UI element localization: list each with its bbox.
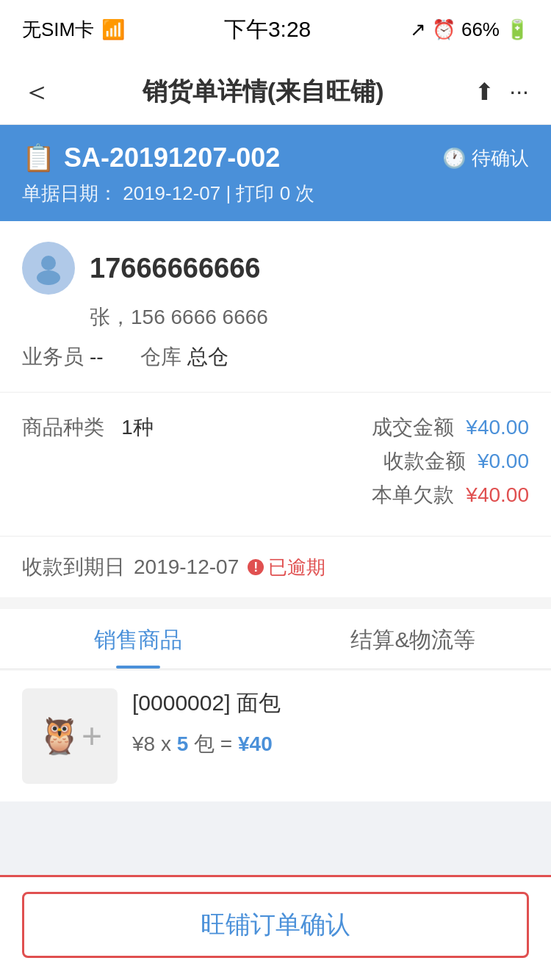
price-unit: ¥8 — [132, 732, 155, 755]
received-label: 收款金额 — [383, 447, 466, 475]
sales-value: -- — [90, 345, 104, 369]
status-left: 无SIM卡 📶 — [22, 17, 125, 43]
battery-icon: 🔋 — [505, 18, 529, 41]
summary-left: 商品种类 1种 — [22, 414, 154, 442]
overdue-badge: ! 已逾期 — [248, 555, 325, 580]
date-label: 单据日期： — [22, 182, 118, 204]
print-count: 0 — [280, 182, 290, 204]
status-right: ↗ ⏰ 66% 🔋 — [410, 18, 529, 41]
warehouse-label: 仓库 — [140, 343, 181, 371]
amount-value: ¥40.00 — [466, 416, 529, 439]
multiply-sign: x — [161, 732, 177, 755]
product-qty: 5 — [177, 732, 189, 755]
date-value: 2019-12-07 — [123, 182, 220, 204]
order-status: 🕐 待确认 — [442, 145, 529, 171]
print-label: 打印 — [236, 182, 274, 204]
nav-actions: ⬆ ··· — [475, 78, 529, 106]
status-text: 待确认 — [472, 145, 529, 171]
product-image-icon: 🦉+ — [37, 716, 102, 757]
confirm-button-label: 旺铺订单确认 — [201, 908, 350, 942]
amount-label: 成交金额 — [372, 414, 454, 442]
tab-sales-label: 销售商品 — [94, 625, 182, 655]
page-title: 销货单详情(来自旺铺) — [143, 75, 384, 109]
owed-row: 本单欠款 ¥40.00 — [372, 481, 529, 509]
status-bar: 无SIM卡 📶 下午3:28 ↗ ⏰ 66% 🔋 — [0, 0, 551, 59]
sales-label: 业务员 — [22, 343, 84, 371]
summary-card: 商品种类 1种 成交金额 ¥40.00 收款金额 ¥0.00 本单欠款 ¥40.… — [0, 393, 551, 536]
overdue-text: 已逾期 — [268, 555, 325, 580]
owed-value: ¥40.00 — [466, 483, 529, 507]
tabs-bar: 销售商品 结算&物流等 — [0, 609, 551, 669]
order-date: 单据日期： 2019-12-07 | 打印 0 次 — [22, 181, 529, 206]
svg-point-1 — [37, 270, 60, 285]
qty-unit: 包 — [194, 732, 215, 755]
share-icon[interactable]: ⬆ — [475, 78, 494, 106]
back-button[interactable]: ＜ — [22, 71, 51, 112]
svg-point-0 — [41, 256, 56, 270]
confirm-button-wrapper: 旺铺订单确认 — [0, 875, 551, 980]
carrier-label: 无SIM卡 — [22, 17, 94, 43]
due-date-label: 收款到期日 — [22, 553, 125, 581]
customer-info-row: 业务员 -- 仓库 总仓 — [22, 343, 529, 371]
due-date-value: 2019-12-07 — [134, 555, 239, 579]
overdue-icon: ! — [248, 559, 264, 575]
confirm-order-button[interactable]: 旺铺订单确认 — [22, 892, 529, 958]
more-icon[interactable]: ··· — [509, 78, 529, 105]
customer-name: 张，156 6666 6666 — [90, 303, 529, 331]
tab-indicator — [116, 666, 160, 669]
avatar — [22, 242, 75, 295]
summary-right: 成交金额 ¥40.00 收款金额 ¥0.00 本单欠款 ¥40.00 — [372, 414, 529, 515]
wifi-icon: 📶 — [101, 18, 125, 41]
order-icon: 📋 — [22, 143, 55, 173]
product-name-text: 面包 — [237, 691, 281, 715]
nav-bar: ＜ 销货单详情(来自旺铺) ⬆ ··· — [0, 59, 551, 125]
location-icon: ↗ — [410, 18, 426, 41]
warehouse-value: 总仓 — [187, 343, 228, 371]
received-row: 收款金额 ¥0.00 — [372, 447, 529, 475]
due-date-card: 收款到期日 2019-12-07 ! 已逾期 — [0, 537, 551, 597]
equals-sign: = — [220, 732, 238, 755]
product-code: [0000002] — [132, 691, 230, 715]
customer-card: 17666666666 张，156 6666 6666 业务员 -- 仓库 总仓 — [0, 221, 551, 392]
product-info: [0000002] 面包 ¥8 x 5 包 = ¥40 — [132, 688, 529, 758]
battery-label: 66% — [461, 18, 500, 41]
separator: | — [226, 182, 236, 204]
tab-settlement[interactable]: 结算&物流等 — [276, 609, 551, 669]
status-time: 下午3:28 — [224, 15, 311, 45]
order-header-card: 📋 SA-20191207-002 🕐 待确认 单据日期： 2019-12-07… — [0, 125, 551, 221]
product-type-value: 1种 — [121, 416, 154, 439]
customer-phone: 17666666666 — [90, 253, 260, 284]
order-id-value: SA-20191207-002 — [64, 143, 280, 173]
product-type-label: 商品种类 — [22, 416, 104, 439]
amount-row: 成交金额 ¥40.00 — [372, 414, 529, 442]
tab-settlement-label: 结算&物流等 — [350, 625, 475, 655]
alarm-icon: ⏰ — [432, 18, 455, 41]
product-image: 🦉+ — [22, 688, 118, 784]
received-value: ¥0.00 — [478, 450, 529, 473]
avatar-icon — [30, 250, 67, 287]
owed-label: 本单欠款 — [372, 481, 454, 509]
product-price: ¥8 x 5 包 = ¥40 — [132, 730, 529, 758]
print-unit: 次 — [295, 182, 314, 204]
tab-sales[interactable]: 销售商品 — [0, 609, 276, 669]
product-total: ¥40 — [238, 732, 273, 755]
product-card: 🦉+ [0000002] 面包 ¥8 x 5 包 = ¥40 — [0, 671, 551, 801]
order-id: 📋 SA-20191207-002 — [22, 143, 280, 173]
product-name: [0000002] 面包 — [132, 688, 529, 718]
clock-icon: 🕐 — [442, 147, 466, 170]
